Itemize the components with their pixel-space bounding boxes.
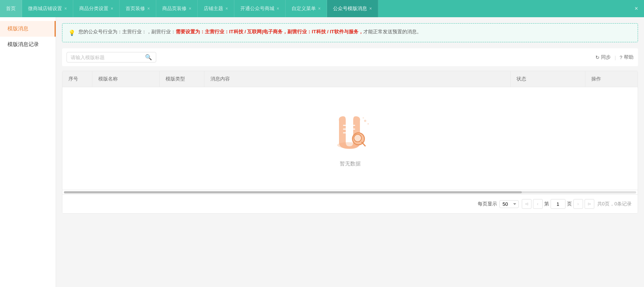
total-info: 共0页，0条记录 xyxy=(597,201,632,207)
notice-banner: 💡 您的公众号行业为：主营行业：，副营行业：需要设置为：主营行业：IT科技 / … xyxy=(62,23,638,42)
page-prefix-label: 第 xyxy=(544,201,549,207)
pagination: 每页显示 50 10 20 100 ⊲ ‹ 第 页 xyxy=(62,194,638,213)
page-unit-label: 页 xyxy=(567,201,572,207)
sidebar-item-模版消息记录[interactable]: 模版消息记录 xyxy=(0,37,56,52)
scrollbar-thumb[interactable] xyxy=(64,191,522,193)
horizontal-scrollbar[interactable] xyxy=(62,190,638,194)
nav-item-label: 店铺主题 xyxy=(204,5,223,12)
empty-state: 暂无数据 xyxy=(62,87,638,190)
sync-icon: ↻ xyxy=(595,55,600,60)
page-number-input[interactable] xyxy=(551,199,566,209)
notice-prefix: 您的公众号行业为：主营行业：，副营行业： xyxy=(78,29,176,34)
notice-suffix: 才能正常发送预置的消息。 xyxy=(363,29,422,34)
prev-page-button[interactable]: ‹ xyxy=(533,199,543,209)
toolbar-divider: | xyxy=(614,55,616,60)
nav-item-首页装修[interactable]: 首页装修× xyxy=(120,0,156,17)
nav-item-close[interactable]: × xyxy=(225,6,228,11)
nav-item-label: 公众号模版消息 xyxy=(333,5,367,12)
sidebar-item-模版消息[interactable]: 模版消息 xyxy=(0,21,56,37)
nav-item-close[interactable]: × xyxy=(369,6,372,11)
nav-item-close[interactable]: × xyxy=(147,6,150,11)
nav-item-close[interactable]: × xyxy=(277,6,279,11)
col-action: 操作 xyxy=(585,71,638,87)
page-size-wrap: 每页显示 50 10 20 100 xyxy=(478,200,519,208)
search-icon[interactable]: 🔍 xyxy=(145,54,152,61)
sidebar: 模版消息模版消息记录 xyxy=(0,17,56,287)
notice-icon: 💡 xyxy=(68,28,76,37)
top-navigation: 首页微商城店铺设置×商品分类设置×首页装修×商品页装修×店铺主题×开通公众号商城… xyxy=(0,0,644,17)
nav-item-label: 首页装修 xyxy=(126,5,145,12)
help-label: 帮助 xyxy=(624,54,634,61)
nav-item-close[interactable]: × xyxy=(111,6,113,11)
col-type: 模版类型 xyxy=(160,71,204,87)
nav-item-商品页装修[interactable]: 商品页装修× xyxy=(156,0,198,17)
main-layout: 模版消息模版消息记录 💡 您的公众号行业为：主营行业：，副营行业：需要设置为：主… xyxy=(0,17,644,287)
scrollbar-track xyxy=(64,191,636,193)
col-index: 序号 xyxy=(62,71,92,87)
svg-point-7 xyxy=(364,120,366,122)
nav-item-close[interactable]: × xyxy=(318,6,321,11)
empty-text: 暂无数据 xyxy=(340,161,361,167)
help-icon: ? xyxy=(620,55,622,60)
help-button[interactable]: ? 帮助 xyxy=(620,54,634,61)
nav-item-label: 商品分类设置 xyxy=(79,5,108,12)
notice-text: 您的公众号行业为：主营行业：，副营行业：需要设置为：主营行业：IT科技 / 互联… xyxy=(78,28,422,36)
main-content: 💡 您的公众号行业为：主营行业：，副营行业：需要设置为：主营行业：IT科技 / … xyxy=(56,17,644,287)
svg-point-5 xyxy=(354,134,361,142)
toolbar-right: ↻ 同步 | ? 帮助 xyxy=(595,54,634,61)
nav-item-close[interactable]: × xyxy=(189,6,191,11)
page-size-label: 每页显示 xyxy=(478,201,497,207)
notice-highlight: 需要设置为：主营行业：IT科技 / 互联网|电子商务，副营行业：IT科技 / I… xyxy=(176,29,363,34)
empty-illustration xyxy=(328,110,373,155)
search-input[interactable] xyxy=(71,55,145,60)
nav-item-微商城店铺设置[interactable]: 微商城店铺设置× xyxy=(22,0,73,17)
next-page-button[interactable]: › xyxy=(573,199,583,209)
nav-item-自定义菜单[interactable]: 自定义菜单× xyxy=(286,0,327,17)
nav-item-close[interactable]: × xyxy=(64,6,67,11)
table-header: 序号 模版名称 模版类型 消息内容 状态 操作 xyxy=(62,71,638,87)
first-page-button[interactable]: ⊲ xyxy=(522,199,531,209)
nav-item-公众号模版消息[interactable]: 公众号模版消息× xyxy=(327,0,378,17)
nav-item-首页[interactable]: 首页 xyxy=(0,0,22,17)
nav-item-label: 开通公众号商城 xyxy=(240,5,274,12)
nav-item-label: 自定义菜单 xyxy=(292,5,316,12)
sync-button[interactable]: ↻ 同步 xyxy=(595,54,611,61)
nav-item-店铺主题[interactable]: 店铺主题× xyxy=(198,0,234,17)
col-name: 模版名称 xyxy=(92,71,160,87)
nav-item-label: 微商城店铺设置 xyxy=(28,5,62,12)
page-nav: ⊲ ‹ 第 页 › ⊳ xyxy=(522,199,594,209)
page-size-select[interactable]: 50 10 20 100 xyxy=(499,200,519,208)
nav-item-商品分类设置[interactable]: 商品分类设置× xyxy=(73,0,120,17)
col-content: 消息内容 xyxy=(204,71,511,87)
nav-item-label: 商品页装修 xyxy=(162,5,187,12)
search-wrap: 🔍 xyxy=(67,52,156,62)
page-input-wrap: 第 页 xyxy=(544,199,572,209)
last-page-button[interactable]: ⊳ xyxy=(585,199,594,209)
svg-point-9 xyxy=(363,117,364,119)
svg-point-8 xyxy=(367,123,369,125)
nav-item-label: 首页 xyxy=(6,5,16,12)
close-all-button[interactable]: × xyxy=(629,5,644,12)
col-status: 状态 xyxy=(511,71,585,87)
sync-label: 同步 xyxy=(601,54,611,61)
nav-item-开通公众号商城[interactable]: 开通公众号商城× xyxy=(234,0,286,17)
data-table: 序号 模版名称 模版类型 消息内容 状态 操作 xyxy=(62,71,638,214)
toolbar: 🔍 ↻ 同步 | ? 帮助 xyxy=(62,48,638,66)
